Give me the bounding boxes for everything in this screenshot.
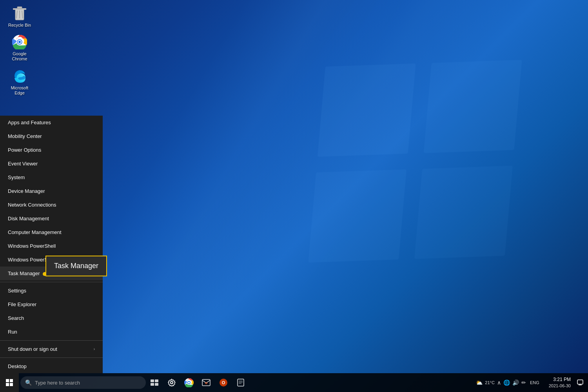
- task-view-icon: [151, 379, 158, 386]
- taskbar-time: 3:21 PM: [553, 376, 571, 383]
- svg-rect-3: [414, 166, 513, 259]
- svg-rect-1: [424, 60, 522, 153]
- desktop-icon-chrome[interactable]: Google Chrome: [4, 33, 35, 63]
- edge-label: Microsoft Edge: [5, 85, 34, 96]
- menu-separator-1: [0, 282, 103, 282]
- taskbar-office[interactable]: O: [215, 373, 232, 392]
- svg-point-24: [171, 381, 173, 384]
- svg-rect-17: [10, 379, 13, 382]
- svg-text:O: O: [222, 380, 225, 385]
- menu-separator-2: [0, 340, 103, 341]
- svg-rect-32: [238, 379, 244, 386]
- menu-item-shut-down[interactable]: Shut down or sign out ›: [0, 342, 103, 356]
- svg-point-27: [188, 382, 190, 384]
- svg-rect-16: [6, 379, 9, 382]
- svg-point-13: [18, 41, 21, 43]
- edge-icon: [12, 68, 27, 84]
- taskbar-notepad[interactable]: [232, 373, 249, 392]
- search-icon: 🔍: [25, 379, 32, 386]
- taskbar: 🔍 Type here to search: [0, 373, 588, 392]
- menu-item-network-connections[interactable]: Network Connections: [0, 198, 103, 212]
- menu-item-windows-powershell[interactable]: Windows PowerShell: [0, 239, 103, 253]
- menu-item-computer-management[interactable]: Computer Management: [0, 225, 103, 239]
- start-button[interactable]: [0, 373, 19, 392]
- taskbar-mail[interactable]: O: [198, 373, 215, 392]
- menu-item-power-options[interactable]: Power Options: [0, 143, 103, 157]
- recycle-bin-icon: [12, 5, 27, 21]
- menu-item-event-viewer[interactable]: Event Viewer: [0, 157, 103, 171]
- taskbar-search-bar[interactable]: 🔍 Type here to search: [20, 376, 146, 389]
- systray-expand-icon[interactable]: ∧: [497, 379, 501, 386]
- menu-item-file-explorer[interactable]: File Explorer: [0, 298, 103, 311]
- menu-separator-3: [0, 358, 103, 358]
- menu-item-run[interactable]: Run: [0, 325, 103, 339]
- svg-rect-2: [308, 169, 407, 263]
- menu-item-disk-management[interactable]: Disk Management: [0, 212, 103, 225]
- chrome-icon: [12, 34, 27, 50]
- weather-icon[interactable]: ⛅: [476, 379, 483, 386]
- desktop-icon-recycle-bin[interactable]: Recycle Bin: [4, 4, 35, 29]
- desktop: Recycle Bin Google Chrome: [0, 0, 588, 392]
- chrome-taskbar-icon: [184, 378, 194, 387]
- network-icon[interactable]: 🌐: [503, 379, 510, 386]
- svg-rect-0: [318, 64, 416, 157]
- settings-gear-icon: [168, 379, 176, 387]
- notification-icon: [577, 379, 583, 386]
- shut-down-arrow: ›: [94, 347, 95, 351]
- weather-temp: 21°C: [485, 380, 495, 385]
- svg-rect-21: [155, 379, 158, 382]
- recycle-bin-label: Recycle Bin: [8, 23, 31, 28]
- taskbar-chrome[interactable]: [180, 373, 198, 392]
- office-icon: O: [219, 378, 228, 387]
- notification-center-button[interactable]: [575, 373, 585, 392]
- menu-item-apps-features[interactable]: Apps and Features: [0, 116, 103, 129]
- svg-rect-6: [17, 7, 22, 9]
- windows-logo-decoration: [306, 47, 541, 282]
- volume-icon[interactable]: 🔊: [512, 379, 519, 386]
- notepad-icon: [237, 378, 245, 387]
- task-manager-tooltip: Task Manager: [45, 256, 107, 276]
- pen-icon[interactable]: ✏: [521, 379, 526, 386]
- search-placeholder: Type here to search: [35, 380, 80, 386]
- menu-item-system[interactable]: System: [0, 171, 103, 184]
- menu-item-desktop[interactable]: Desktop: [0, 359, 103, 373]
- svg-text:O: O: [205, 381, 207, 385]
- language-indicator[interactable]: ENG: [528, 380, 541, 385]
- taskbar-clock[interactable]: 3:21 PM 2021-06-30: [546, 373, 574, 392]
- context-menu: Apps and Features Mobility Center Power …: [0, 116, 103, 373]
- svg-rect-23: [155, 383, 158, 386]
- menu-item-search[interactable]: Search: [0, 311, 103, 325]
- taskbar-systray: ⛅ 21°C ∧ 🌐 🔊 ✏ ENG 3:21 PM 2021-06-30: [473, 373, 588, 392]
- svg-rect-36: [577, 380, 583, 384]
- svg-rect-20: [151, 379, 154, 382]
- taskbar-date: 2021-06-30: [549, 383, 571, 389]
- desktop-icon-edge[interactable]: Microsoft Edge: [4, 67, 35, 97]
- desktop-icons-container: Recycle Bin Google Chrome: [4, 4, 35, 97]
- start-icon: [6, 379, 13, 386]
- taskbar-task-view[interactable]: [146, 373, 163, 392]
- mail-icon: O: [202, 379, 211, 386]
- tooltip-arrow-line: [43, 282, 44, 298]
- menu-item-settings[interactable]: Settings: [0, 284, 103, 298]
- svg-rect-18: [6, 383, 9, 386]
- taskbar-settings[interactable]: [163, 373, 180, 392]
- chrome-label: Google Chrome: [5, 51, 34, 62]
- svg-rect-22: [151, 383, 154, 386]
- systray-icons: ⛅ 21°C ∧ 🌐 🔊 ✏ ENG: [473, 373, 544, 392]
- menu-item-device-manager[interactable]: Device Manager: [0, 184, 103, 198]
- menu-item-mobility-center[interactable]: Mobility Center: [0, 129, 103, 143]
- svg-rect-19: [10, 383, 13, 386]
